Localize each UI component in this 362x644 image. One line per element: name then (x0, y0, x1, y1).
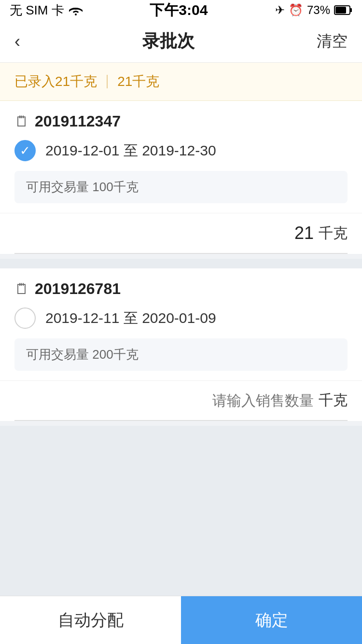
batch-date-row-1[interactable]: ✓ 2019-12-01 至 2019-12-30 (0, 135, 362, 166)
empty-area (0, 426, 362, 609)
status-bar: 无 SIM 卡 下午3:04 ✈ ⏰ 73% (0, 0, 362, 20)
quantity-value-1: 21 (294, 223, 314, 243)
batch-date-row-2[interactable]: 2019-12-11 至 2020-01-09 (0, 303, 362, 334)
confirm-button[interactable]: 确定 (181, 596, 362, 644)
batch-doc-icon-2: 🗒 (14, 281, 29, 297)
quantity-input-row-2[interactable]: 千克 (0, 380, 362, 420)
batch-doc-icon-1: 🗒 (14, 113, 29, 130)
batch-header-2: 🗒 2019126781 (0, 268, 362, 303)
wifi-icon (69, 5, 83, 15)
summary-bar: 已录入21千克 21千克 (0, 63, 362, 101)
svg-rect-1 (350, 8, 352, 12)
svg-rect-2 (335, 7, 346, 14)
clear-button[interactable]: 清空 (317, 31, 348, 52)
quantity-input-2[interactable] (169, 392, 314, 409)
divider-1 (14, 253, 348, 254)
quantity-unit-1: 千克 (319, 224, 348, 243)
alarm-icon: ⏰ (289, 3, 303, 17)
page-title: 录批次 (142, 29, 195, 53)
divider-2 (14, 420, 348, 421)
batch-card-2: 🗒 2019126781 2019-12-11 至 2020-01-09 可用交… (0, 268, 362, 421)
batch-checkbox-1[interactable]: ✓ (14, 140, 36, 161)
summary-label: 已录入21千克 (14, 72, 97, 91)
summary-divider (107, 75, 108, 88)
status-time: 下午3:04 (150, 0, 208, 20)
batch-card-1: 🗒 2019112347 ✓ 2019-12-01 至 2019-12-30 可… (0, 101, 362, 254)
no-sim-text: 无 SIM 卡 (10, 2, 64, 19)
nav-bar: ‹ 录批次 清空 (0, 20, 362, 63)
batch-header-1: 🗒 2019112347 (0, 101, 362, 135)
checkmark-icon-1: ✓ (20, 144, 30, 157)
status-left: 无 SIM 卡 (10, 2, 83, 19)
batch-number-2: 2019126781 (35, 280, 121, 298)
battery-text: 73% (307, 3, 330, 17)
batch-number-1: 2019112347 (35, 112, 121, 130)
location-icon: ✈ (275, 3, 285, 17)
batch-checkbox-2[interactable] (14, 308, 36, 329)
quantity-row-1: 21 千克 (0, 213, 362, 253)
summary-value: 21千克 (117, 72, 159, 91)
section-separator (0, 259, 362, 268)
auto-distribute-button[interactable]: 自动分配 (0, 596, 181, 644)
batch-date-2: 2019-12-11 至 2020-01-09 (45, 308, 216, 328)
batch-available-2: 可用交易量 200千克 (14, 338, 348, 371)
batch-date-1: 2019-12-01 至 2019-12-30 (45, 141, 216, 161)
battery-icon (334, 5, 352, 15)
batch-available-1: 可用交易量 100千克 (14, 171, 348, 203)
back-button[interactable]: ‹ (14, 31, 20, 52)
status-right: ✈ ⏰ 73% (275, 3, 352, 17)
bottom-bar: 自动分配 确定 (0, 596, 362, 644)
quantity-unit-2: 千克 (319, 391, 348, 410)
